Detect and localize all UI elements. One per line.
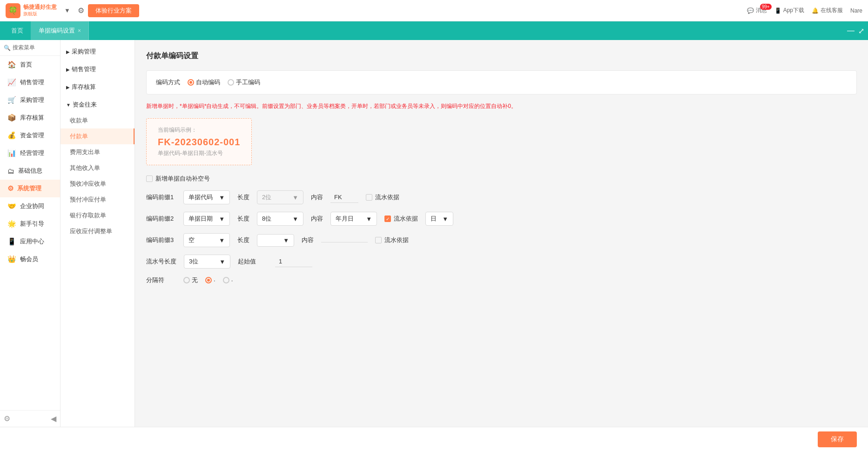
sidebar-search[interactable]: 🔍 搜索菜单	[0, 40, 60, 56]
start-value-label: 起始值	[238, 257, 268, 266]
sep-none-radio[interactable]	[183, 277, 190, 283]
chevron-right-icon: ▶	[66, 49, 70, 54]
prefix2-content-label: 内容	[311, 215, 323, 223]
sidebar-item-finance[interactable]: 💰 资金管理	[0, 127, 60, 144]
serial-row: 流水号长度 3位 ▼ 起始值 1	[146, 255, 857, 269]
tab-bar-actions: — ⤢	[847, 27, 864, 35]
prefix1-stream-check[interactable]	[366, 194, 372, 201]
chevron-down-len2: ▼	[292, 215, 298, 222]
prefix3-content-value	[321, 238, 368, 242]
user-name[interactable]: Nare	[850, 7, 862, 14]
home-icon: 🏠	[7, 61, 16, 69]
sidebar-item-inventory[interactable]: 📦 库存核算	[0, 109, 60, 127]
search-icon: 🔍	[4, 45, 11, 51]
sidebar-item-guide[interactable]: 🌟 新手引导	[0, 215, 60, 233]
online-service-btn[interactable]: 🔔 在线客服	[812, 7, 843, 14]
sub-menu-header-purchase[interactable]: ▶ 采购管理	[61, 44, 135, 60]
manual-encode-option[interactable]: 手工编码	[228, 78, 260, 87]
sub-menu-item-advance-receive[interactable]: 预收冲应收单	[61, 176, 135, 192]
brand-text: 畅捷通好生意 旗舰版	[23, 4, 57, 17]
prefix3-label: 编码前缀3	[146, 236, 176, 244]
preview-desc: 单据代码-单据日期-流水号	[158, 149, 240, 157]
app-download-btn[interactable]: 📱 App下载	[774, 7, 804, 14]
prefix1-length-select: 2位 ▼	[257, 190, 303, 204]
prefix2-stream-checkbox[interactable]: ✓ 流水依据	[384, 215, 418, 223]
prefix3-stream-checkbox[interactable]: 流水依据	[375, 236, 409, 244]
tab-bar: 首页 单据编码设置 × — ⤢	[0, 21, 868, 40]
sidebar-item-partner[interactable]: 🤝 企业协同	[0, 197, 60, 215]
sidebar-footer: ⚙ ◀	[0, 410, 60, 427]
sidebar-item-basic[interactable]: 🗂 基础信息	[0, 162, 60, 180]
tab-minimize-btn[interactable]: —	[847, 27, 855, 35]
sidebar-item-operation[interactable]: 📊 经营管理	[0, 144, 60, 162]
sub-menu-group-fund: ▼ 资金往来 收款单 付款单 费用支出单 其他收入单 预收冲应收单 预付冲应付单…	[61, 97, 135, 239]
settings-gear-btn[interactable]: ⚙	[78, 6, 84, 15]
chevron-right-icon-2: ▶	[66, 67, 70, 72]
encoding-mode-section: 编码方式 自动编码 手工编码	[146, 70, 857, 94]
prefix2-length-select[interactable]: 8位 ▼	[257, 212, 303, 226]
try-industry-btn[interactable]: 体验行业方案	[88, 4, 139, 17]
auto-fill-checkbox-row[interactable]: 新增单据自动补空号	[146, 175, 857, 183]
sidebar-item-member[interactable]: 👑 畅会员	[0, 250, 60, 268]
sub-menu-item-other-income[interactable]: 其他收入单	[61, 160, 135, 176]
sub-menu-item-payment[interactable]: 付款单	[61, 128, 135, 144]
message-badge[interactable]: 💬 消息 99+	[747, 7, 767, 14]
tab-maximize-btn[interactable]: ⤢	[858, 27, 864, 35]
sub-menu-item-expense[interactable]: 费用支出单	[61, 144, 135, 160]
tab-close-icon[interactable]: ×	[78, 27, 81, 34]
sub-menu-header-fund[interactable]: ▼ 资金往来	[61, 97, 135, 113]
sep-dot-option[interactable]: ·	[205, 277, 215, 284]
chevron-right-icon-3: ▶	[66, 85, 70, 90]
prefix2-length-label: 长度	[237, 215, 249, 223]
finance-icon: 💰	[7, 131, 16, 140]
prefix1-content-label: 内容	[311, 193, 323, 202]
prefix2-stream-check[interactable]: ✓	[384, 215, 391, 222]
sidebar-item-sales[interactable]: 📈 销售管理	[0, 74, 60, 91]
tab-home[interactable]: 首页	[4, 21, 31, 40]
prefix1-select[interactable]: 单据代码 ▼	[183, 190, 230, 204]
sub-menu-header-inventory[interactable]: ▶ 库存核算	[61, 79, 135, 95]
sep-dash-radio[interactable]	[223, 277, 229, 283]
sep-dot-radio[interactable]	[205, 277, 212, 283]
prefix2-content-select[interactable]: 年月日 ▼	[330, 212, 377, 226]
app-icon: 📱	[774, 7, 781, 14]
member-icon: 👑	[7, 255, 16, 263]
sub-menu-item-bank-deposit[interactable]: 银行存取款单	[61, 208, 135, 223]
auto-fill-checkbox[interactable]	[146, 175, 153, 182]
brand-icon: 🍀	[6, 3, 20, 18]
auto-encode-radio[interactable]	[188, 79, 194, 86]
sidebar-item-home[interactable]: 🏠 首页	[0, 56, 60, 74]
prefix2-period-select[interactable]: 日 ▼	[425, 212, 453, 226]
prefix1-stream-checkbox[interactable]: 流水依据	[366, 193, 399, 202]
tab-encoding-settings[interactable]: 单据编码设置 ×	[31, 21, 89, 40]
save-button[interactable]: 保存	[818, 431, 857, 447]
sidebar-item-apps[interactable]: 📱 应用中心	[0, 233, 60, 250]
separator-row: 分隔符 无 · ·	[146, 276, 857, 284]
sidebar-collapse-btn[interactable]: ◀	[51, 414, 56, 423]
prefix3-select[interactable]: 空 ▼	[183, 233, 230, 247]
chevron-down-prefix2: ▼	[219, 215, 225, 222]
sub-menu-header-sales[interactable]: ▶ 销售管理	[61, 61, 135, 77]
config-row-prefix2: 编码前缀2 单据日期 ▼ 长度 8位 ▼ 内容 年月日 ▼ ✓ 流水依据	[146, 212, 857, 226]
brand: 🍀 畅捷通好生意 旗舰版	[6, 3, 57, 18]
chevron-down-period2: ▼	[442, 215, 448, 222]
sub-menu-item-adjustment[interactable]: 应收应付调整单	[61, 223, 135, 239]
manual-encode-radio[interactable]	[228, 79, 234, 86]
page-footer: 保存	[0, 427, 868, 451]
auto-encode-option[interactable]: 自动编码	[188, 78, 220, 87]
prefix2-select[interactable]: 单据日期 ▼	[183, 212, 230, 226]
prefix3-length-select[interactable]: ▼	[257, 234, 294, 247]
serial-length-label: 流水号长度	[146, 257, 176, 266]
sub-menu-group-inventory: ▶ 库存核算	[61, 79, 135, 95]
sep-none-option[interactable]: 无	[183, 276, 198, 284]
sidebar-item-purchase[interactable]: 🛒 采购管理	[0, 91, 60, 109]
serial-length-select[interactable]: 3位 ▼	[184, 255, 230, 269]
sub-menu-item-advance-pay[interactable]: 预付冲应付单	[61, 192, 135, 208]
prefix3-stream-check[interactable]	[375, 237, 382, 243]
sidebar-settings-btn[interactable]: ⚙	[4, 414, 10, 423]
start-value-input[interactable]: 1	[275, 256, 312, 267]
sidebar-item-system[interactable]: ⚙ 系统管理	[0, 180, 60, 197]
sep-dash-option[interactable]: ·	[223, 277, 233, 284]
sub-menu-item-receipts[interactable]: 收款单	[61, 113, 135, 128]
nav-dropdown-btn[interactable]: ▼	[61, 5, 74, 16]
